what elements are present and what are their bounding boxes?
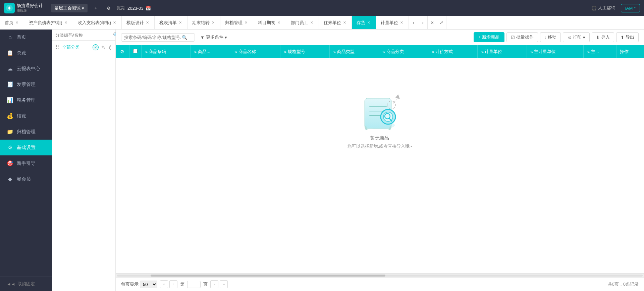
service-button[interactable]: 🎧 人工咨询: [589, 4, 618, 12]
horizontal-scrollbar[interactable]: [116, 273, 644, 277]
scrollbar-thumb[interactable]: [151, 275, 385, 277]
sidebar-item-invoice[interactable]: 🧾 发票管理: [0, 77, 52, 92]
tab-close-tax[interactable]: ✕: [178, 20, 182, 25]
scrollbar-track[interactable]: [117, 275, 643, 277]
category-panel: 🔍 ⠿ 全部分类 ✓ ✎ ❮: [52, 30, 116, 291]
sidebar-label-member: 畅会员: [17, 176, 31, 182]
tab-prev-button[interactable]: ‹: [409, 16, 418, 30]
col-main-abbr[interactable]: ⇅ 主...: [584, 45, 616, 58]
sidebar-item-settings[interactable]: ⚙ 基础设置: [0, 140, 52, 155]
batch-operation-button[interactable]: ☑ 批量操作: [506, 32, 538, 42]
sidebar-item-tax[interactable]: 📊 税务管理: [0, 92, 52, 108]
tab-close-subject[interactable]: ✕: [277, 20, 281, 25]
category-edit-icon[interactable]: ✎: [101, 45, 105, 50]
col-main-unit[interactable]: ⇅ 主计量单位: [527, 45, 584, 58]
category-search-input[interactable]: [55, 33, 112, 38]
tab-expand-button[interactable]: ⤢: [437, 16, 446, 30]
add-tab-button[interactable]: ＋: [91, 4, 101, 12]
print-icon: 🖨: [567, 35, 572, 40]
settings-button[interactable]: ⚙: [104, 4, 113, 12]
tab-close-inventory[interactable]: ✕: [367, 20, 371, 25]
tab-template-design[interactable]: 模版设计 ✕: [122, 16, 155, 30]
col-type[interactable]: ⇅ 商品类型: [329, 45, 379, 58]
tab-department[interactable]: 部门员工 ✕: [286, 16, 319, 30]
sidebar-label-report: 云报表中心: [17, 66, 40, 72]
toolbar: 🔍 ▼ 更多条件 ▾ + 新增商品 ☑ 批量操作: [116, 30, 644, 45]
sidebar-item-archive[interactable]: 📁 归档管理: [0, 124, 52, 140]
tab-bar: 首页 ✕ 资产负债表(中期) ✕ 收入支出表(年报) ✕ 模版设计 ✕ 税表清单…: [0, 16, 644, 30]
col-unit[interactable]: ⇅ 计量单位: [477, 45, 527, 58]
select-all-checkbox[interactable]: [129, 45, 141, 58]
tab-close-archive[interactable]: ✕: [244, 20, 248, 25]
content-area: 🔍 ⠿ 全部分类 ✓ ✎ ❮ 🔍: [52, 30, 644, 291]
sidebar-item-report[interactable]: ☁ 云报表中心: [0, 61, 52, 77]
col-price-method[interactable]: ⇅ 计价方式: [428, 45, 477, 58]
account-button[interactable]: iAM *: [621, 4, 640, 12]
tab-tax-list[interactable]: 税表清单 ✕: [155, 16, 187, 30]
product-table: ⚙ ⇅ 商品条码 ⇅: [116, 45, 644, 176]
product-table-container: ⚙ ⇅ 商品条码 ⇅: [116, 45, 644, 273]
category-all-label[interactable]: 全部分类: [62, 44, 90, 50]
company-selector[interactable]: 基层工会测试 ▾: [51, 4, 88, 12]
tab-subject-init[interactable]: 科目期初 ✕: [253, 16, 286, 30]
sidebar-item-close[interactable]: 💰 结账: [0, 108, 52, 124]
sidebar-item-member[interactable]: ◆ 畅会员: [0, 171, 52, 187]
tab-inventory[interactable]: 存货 ✕: [352, 16, 376, 30]
tab-close-income[interactable]: ✕: [112, 20, 117, 25]
export-button[interactable]: ⬆ 导出: [616, 32, 639, 42]
page-input[interactable]: 1: [187, 281, 201, 288]
column-settings-icon[interactable]: ⚙: [116, 45, 129, 58]
sidebar-label-home: 首页: [17, 34, 26, 40]
product-search-icon[interactable]: 🔍: [182, 35, 187, 40]
tab-close-dept[interactable]: ✕: [310, 20, 314, 25]
import-button[interactable]: ⬇ 导入: [592, 32, 614, 42]
tab-close-homepage[interactable]: ✕: [15, 20, 19, 25]
tab-close-all-button[interactable]: ✕: [428, 16, 437, 30]
tab-close-contacts[interactable]: ✕: [342, 20, 347, 25]
col-category[interactable]: ⇅ 商品分类: [379, 45, 428, 58]
sidebar-label-close: 结账: [17, 113, 26, 119]
close-icon: 💰: [7, 113, 13, 119]
header-right: 🎧 人工咨询 iAM *: [589, 4, 640, 12]
next-page-button[interactable]: ›: [210, 280, 218, 288]
first-page-button[interactable]: «: [160, 280, 168, 288]
tab-income-statement[interactable]: 收入支出表(年报) ✕: [73, 16, 122, 30]
content-inner: 🔍 ⠿ 全部分类 ✓ ✎ ❮ 🔍: [52, 30, 644, 291]
empty-state: 暂无商品 您可以选择新增,或者直接导入哦~: [116, 58, 644, 176]
print-button[interactable]: 🖨 打印 ▾: [563, 32, 590, 42]
tab-homepage[interactable]: 首页 ✕: [0, 16, 24, 30]
page-size-selector: 每页显示 50 20 100: [121, 281, 157, 288]
tab-archive[interactable]: 归档管理 ✕: [220, 16, 253, 30]
category-collapse-icon[interactable]: ❮: [108, 45, 112, 50]
tab-close-balance[interactable]: ✕: [64, 20, 68, 25]
col-name[interactable]: ⇅ 商品名称: [231, 45, 280, 58]
tab-close-template[interactable]: ✕: [145, 20, 150, 25]
add-product-button[interactable]: + 新增商品: [474, 32, 504, 42]
sidebar-item-ledger[interactable]: 📋 总账: [0, 45, 52, 61]
sidebar-item-guide[interactable]: 🎯 新手引导: [0, 155, 52, 171]
headset-icon: 🎧: [591, 6, 597, 11]
product-search-input[interactable]: [124, 35, 180, 40]
col-barcode[interactable]: ⇅ 商品条码: [141, 45, 191, 58]
tab-contacts[interactable]: 往来单位 ✕: [319, 16, 352, 30]
batch-icon: ☑: [511, 35, 515, 40]
tab-close-period[interactable]: ✕: [211, 20, 215, 25]
tab-next-button[interactable]: ›: [418, 16, 428, 30]
cancel-pin-button[interactable]: ◄◄ 取消固定: [0, 277, 52, 291]
category-grid-icon: ⠿: [55, 44, 59, 50]
prev-page-button[interactable]: ‹: [169, 280, 177, 288]
calendar-icon[interactable]: 📅: [146, 6, 151, 11]
tab-balance-sheet[interactable]: 资产负债表(中期) ✕: [24, 16, 73, 30]
tab-period-close[interactable]: 期末结转 ✕: [187, 16, 220, 30]
tab-close-unit[interactable]: ✕: [399, 20, 404, 25]
last-page-button[interactable]: »: [220, 280, 228, 288]
category-all[interactable]: ⠿ 全部分类 ✓ ✎ ❮: [52, 41, 115, 54]
tab-unit[interactable]: 计量单位 ✕: [376, 16, 409, 30]
filter-button[interactable]: ▼ 更多条件 ▾: [198, 33, 230, 42]
sidebar-item-home[interactable]: ⌂ 首页: [0, 30, 52, 45]
per-page-select[interactable]: 50 20 100: [140, 281, 157, 288]
col-spec[interactable]: ⇅ 规格型号: [280, 45, 330, 58]
category-check-icon[interactable]: ✓: [93, 44, 99, 50]
col-code[interactable]: ⇅ 商品...: [191, 45, 231, 58]
move-button[interactable]: ↕ 移动: [540, 32, 561, 42]
